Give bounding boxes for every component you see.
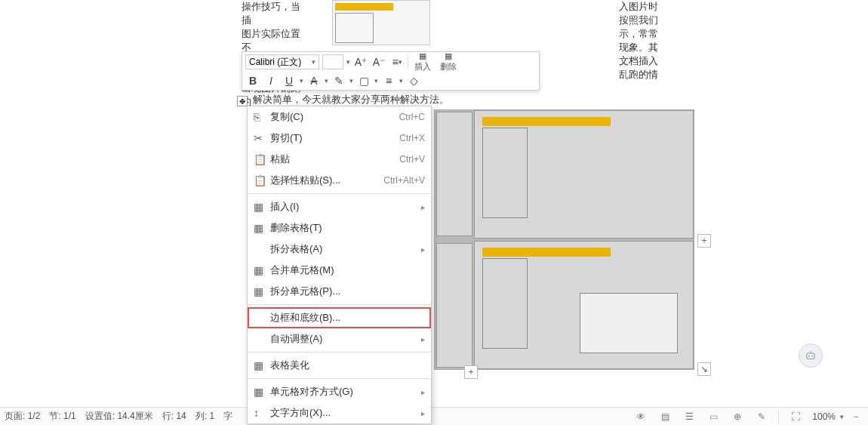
table-delete-icon: ▦ [254, 222, 270, 234]
doc-right-text: 入图片时 按照我们 示，常常 现象。其 文档插入 乱跑的情 [619, 0, 664, 82]
add-col-button[interactable]: + [464, 365, 478, 379]
menu-merge-cells[interactable]: ▦合并单元格(M) [248, 260, 431, 281]
chevron-right-icon: ▸ [421, 409, 425, 417]
status-position: 设置值: 14.4厘米 [85, 410, 153, 423]
cut-icon: ✂ [254, 132, 270, 144]
robot-icon [804, 349, 817, 362]
font-name-select[interactable]: Calibri (正文)▾ [245, 54, 319, 69]
status-chars: 字 [223, 410, 232, 423]
table-select-handle[interactable]: ✥ [237, 96, 248, 106]
status-bar: 页面: 1/2 节: 1/1 设置值: 14.4厘米 行: 14 列: 1 字 … [0, 407, 868, 425]
table-insert-icon: ▦ [254, 201, 270, 213]
line-spacing-icon[interactable]: ≡▾ [389, 54, 405, 69]
menu-auto-fit[interactable]: 自动调整(A)▸ [248, 328, 431, 350]
menu-beautify[interactable]: ▦表格美化 [248, 355, 431, 376]
grid-delete-icon: ▦ [445, 51, 452, 61]
chevron-right-icon: ▸ [421, 245, 425, 254]
highlight-icon[interactable]: ◇ [406, 73, 421, 88]
assistant-fab[interactable] [799, 343, 823, 368]
merge-icon: ▦ [254, 264, 270, 276]
menu-copy[interactable]: ⎘复制(C)Ctrl+C [248, 106, 431, 128]
status-section: 节: 1/1 [49, 410, 75, 423]
underline-button[interactable]: U [282, 73, 297, 88]
status-col: 列: 1 [195, 410, 214, 423]
menu-paste[interactable]: 📋粘贴Ctrl+V [248, 149, 431, 170]
bold-button[interactable]: B [245, 73, 260, 88]
border-button[interactable]: ▢ [356, 73, 371, 88]
increase-font-icon[interactable]: A⁺ [353, 54, 368, 69]
beautify-icon: ▦ [254, 359, 270, 371]
align-icon: ▦ [254, 386, 270, 398]
menu-delete-table[interactable]: ▦删除表格(T) [248, 217, 431, 239]
svg-rect-0 [807, 353, 815, 359]
doc-inline-image [332, 0, 430, 45]
highlight-button[interactable]: ✎ [331, 73, 346, 88]
font-size-select[interactable] [322, 54, 343, 69]
font-color-button[interactable]: A [306, 73, 322, 88]
doc-table-body[interactable] [434, 109, 694, 370]
menu-cell-align[interactable]: ▦单元格对齐方式(G)▸ [248, 381, 431, 402]
web-view-icon[interactable]: ⊕ [730, 409, 745, 424]
menu-cut[interactable]: ✂剪切(T)Ctrl+X [248, 128, 431, 149]
paste-special-icon: 📋 [254, 174, 270, 186]
chevron-right-icon: ▸ [421, 335, 425, 343]
status-page: 页面: 1/2 [5, 410, 40, 423]
menu-insert[interactable]: ▦插入(I)▸ [248, 196, 431, 217]
outline-view-icon[interactable]: ☰ [682, 409, 697, 424]
context-menu: ⎘复制(C)Ctrl+C ✂剪切(T)Ctrl+X 📋粘贴Ctrl+V 📋选择性… [247, 106, 432, 424]
chevron-right-icon: ▸ [421, 388, 425, 396]
split-icon: ▦ [254, 285, 270, 297]
zoom-out-button[interactable]: − [848, 409, 863, 424]
fit-width-icon[interactable]: ⛶ [788, 409, 803, 424]
svg-point-1 [808, 356, 810, 357]
decrease-font-icon[interactable]: A⁻ [371, 54, 386, 69]
eye-icon[interactable]: 👁 [633, 409, 648, 424]
status-line: 行: 14 [162, 410, 186, 423]
grid-icon: ▦ [419, 51, 426, 61]
menu-split-table[interactable]: 拆分表格(A)▸ [248, 239, 431, 260]
italic-button[interactable]: I [263, 73, 279, 88]
chevron-right-icon: ▸ [421, 203, 425, 211]
menu-paste-special[interactable]: 📋选择性粘贴(S)...Ctrl+Alt+V [248, 170, 431, 191]
page-view-icon[interactable]: ▤ [657, 409, 673, 424]
insert-button[interactable]: ▦ 插入 [411, 51, 434, 72]
svg-point-2 [811, 356, 813, 357]
align-button[interactable]: ≡ [381, 73, 396, 88]
zoom-value[interactable]: 100% [812, 411, 836, 422]
chevron-down-icon[interactable]: ▾ [840, 413, 844, 420]
edit-icon[interactable]: ✎ [754, 409, 769, 424]
mini-toolbar: Calibri (正文)▾ ▾ A⁺ A⁻ ≡▾ ▦ 插入 ▦ 删除 B I U… [242, 51, 540, 91]
chevron-down-icon[interactable]: ▾ [346, 58, 350, 66]
doc-text-line: 解决简单，今天就教大家分享两种解决方法。 [253, 93, 449, 106]
copy-icon: ⎘ [254, 111, 270, 123]
add-row-button[interactable]: + [697, 234, 711, 248]
menu-split-cells[interactable]: ▦拆分单元格(P)... [248, 281, 431, 302]
text-direction-icon: ↕ [254, 407, 270, 419]
add-row-button[interactable]: ↘ [697, 362, 711, 376]
read-view-icon[interactable]: ▭ [706, 409, 721, 424]
menu-text-direction[interactable]: ↕文字方向(X)...▸ [248, 402, 431, 423]
menu-border-shading[interactable]: 边框和底纹(B)... [248, 307, 431, 328]
paste-icon: 📋 [254, 153, 270, 165]
delete-button[interactable]: ▦ 删除 [437, 51, 460, 72]
